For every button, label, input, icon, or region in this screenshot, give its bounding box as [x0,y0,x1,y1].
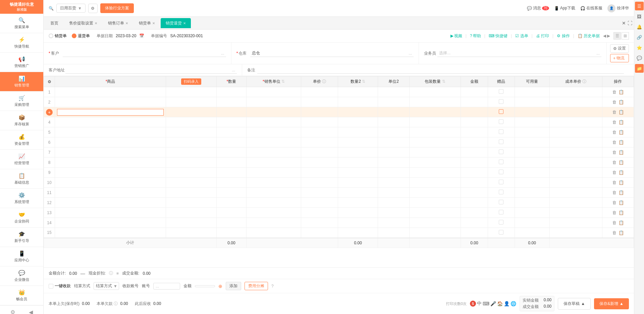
goods-cell[interactable] [55,137,166,147]
available-cell[interactable] [515,218,549,228]
qty2-cell[interactable] [338,87,378,97]
amount-cell[interactable] [461,137,488,147]
goods-cell[interactable] [55,168,166,178]
unit2-cell[interactable] [378,117,409,127]
gift-checkbox[interactable] [499,190,503,194]
qty2-cell[interactable] [338,168,378,178]
qty-cell[interactable] [216,127,246,137]
quick-icon2[interactable]: ⌨ [483,301,489,306]
sidebar-item-搜索菜单[interactable]: 🔍搜索菜单 [0,14,43,33]
gift-cell[interactable] [488,168,515,178]
delete-row-btn[interactable]: 🗑 [612,180,616,185]
remark-input[interactable] [257,66,624,74]
delete-row-btn[interactable]: 🗑 [612,200,616,205]
account-select[interactable]: ... [153,283,180,290]
quick-icon6[interactable]: 🌐 [511,301,516,306]
sidebar-item-基础信息[interactable]: 📋基础信息 [0,169,43,189]
radio-sale[interactable]: 销货单 [49,33,67,39]
pack-cell[interactable] [409,208,461,218]
goods-cell[interactable] [55,87,166,97]
available-cell[interactable] [515,87,549,97]
gift-cell[interactable] [488,188,515,198]
gift-cell[interactable] [488,97,515,107]
unit2-cell[interactable] [378,208,409,218]
delete-row-btn[interactable]: 🗑 [612,110,616,115]
msg-link[interactable]: 💬 消息 70 [527,5,549,11]
user-menu[interactable]: 👤 徐泽华 [607,4,629,12]
gift-cell[interactable] [488,147,515,158]
sidebar-item-企业协同[interactable]: 🤝企业协同 [0,208,43,228]
select-link[interactable]: ☑ 选单 [515,33,528,39]
experience-btn[interactable]: 体验行业方案 [100,3,134,13]
amount-cell[interactable] [461,218,488,228]
delete-row-btn[interactable]: 🗑 [612,170,616,175]
cost-cell[interactable] [549,228,602,238]
unit2-cell[interactable] [378,168,409,178]
tab-close-icon[interactable]: ✕ [95,21,97,25]
radio-return[interactable]: 退货单 [72,33,90,39]
sidebar-item-销售管理[interactable]: 📊销售管理 [0,72,43,91]
gift-cell[interactable] [488,158,515,168]
qty-cell[interactable] [216,218,246,228]
goods-cell[interactable] [55,117,166,127]
price-cell[interactable] [301,158,338,168]
unit2-cell[interactable] [378,188,409,198]
pack-cell[interactable] [409,97,461,107]
unit2-cell[interactable] [378,97,409,107]
goods-cell[interactable] [55,198,166,208]
topbar-settings-btn[interactable]: ⚙ [88,4,98,13]
collapse-icon[interactable]: ◀ [29,309,33,314]
help-icon2[interactable]: ⓘ [109,270,113,276]
pack-cell[interactable] [409,117,461,127]
pack-cell[interactable] [409,228,461,238]
amount-cell[interactable] [461,188,488,198]
warehouse-input[interactable]: 总仓 ... [250,50,414,57]
unit-cell[interactable] [247,147,301,158]
delete-row-btn[interactable]: 🗑 [612,100,616,105]
right-icon-table[interactable]: ☰ [635,2,644,10]
pack-cell[interactable] [409,218,461,228]
unit2-cell[interactable] [378,198,409,208]
unit-cell[interactable] [247,127,301,137]
unit2-cell[interactable] [378,127,409,137]
next-page-btn[interactable]: ▶ [607,34,610,38]
goods-cell[interactable] [55,107,166,117]
qty-cell[interactable] [216,208,246,218]
unit-cell[interactable] [247,97,301,107]
price-cell[interactable] [301,218,338,228]
copy-row-btn[interactable]: 📋 [619,230,624,235]
delete-row-btn[interactable]: 🗑 [612,220,616,225]
pack-cell[interactable] [409,158,461,168]
delete-row-btn[interactable]: 🗑 [612,130,616,135]
copy-row-btn[interactable]: 📋 [619,140,624,145]
amount-cell[interactable] [461,127,488,137]
qty-cell[interactable] [216,107,246,117]
delete-row-btn[interactable]: 🗑 [612,160,616,165]
unit2-cell[interactable] [378,137,409,147]
cost-cell[interactable] [549,107,602,117]
amount-cell[interactable] [461,107,488,117]
unit-cell[interactable] [247,178,301,188]
unit-cell[interactable] [247,168,301,178]
daily-goods-selector[interactable]: 日用百货 ▼ [56,4,86,13]
cost-cell[interactable] [549,178,602,188]
history-link[interactable]: 📋 历史单据 [578,33,600,39]
gift-cell[interactable] [488,107,515,117]
unit-cell[interactable] [247,218,301,228]
price-info-icon[interactable]: ⓘ [322,79,326,84]
sort2-icon[interactable]: ⇅ [362,79,365,84]
gift-checkbox[interactable] [499,210,503,214]
goods-cell[interactable] [55,228,166,238]
one-key-check[interactable]: 一键收款 [49,283,71,289]
pack-cell[interactable] [409,168,461,178]
cost-cell[interactable] [549,168,602,178]
qty2-cell[interactable] [338,198,378,208]
settings-btn[interactable]: ⚙ 设置 [610,44,629,53]
cost-info-icon[interactable]: ⓘ [582,79,586,84]
pack-cell[interactable] [409,178,461,188]
copy-row-btn[interactable]: 📋 [619,100,624,105]
gift-checkbox[interactable] [499,139,503,144]
qty-cell[interactable] [216,228,246,238]
quick-icon1[interactable]: 中 [477,301,482,307]
qty2-cell[interactable] [338,117,378,127]
